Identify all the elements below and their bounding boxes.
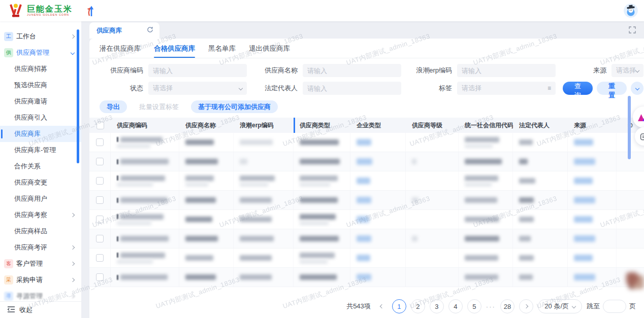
row-checkbox[interactable] [96, 216, 104, 223]
page-4-button[interactable]: 4 [448, 299, 463, 313]
sidebar-item-supplier-samples[interactable]: 供应商样品 [0, 223, 81, 239]
column-resize-indicator[interactable] [294, 118, 295, 133]
row-checkbox[interactable] [96, 196, 104, 204]
redacted-cell [568, 171, 617, 190]
sidebar-item-supplier-library[interactable]: 供应商库 [0, 126, 81, 142]
sidebar-item-supplier-introduce[interactable]: 供应商引入 [0, 110, 81, 126]
row-checkbox[interactable] [96, 138, 104, 146]
table-row[interactable] [89, 171, 644, 191]
logo-title: 巨能金玉米 [27, 5, 73, 13]
redacted-cell [179, 171, 234, 190]
redacted-cell [568, 152, 617, 171]
col-legal-rep: 法定代表人 [513, 121, 568, 130]
row-checkbox[interactable] [96, 158, 104, 165]
redacted-cell [234, 229, 294, 248]
reset-button[interactable]: 重置 [597, 82, 627, 95]
page-28-button[interactable]: 28 [500, 299, 514, 313]
export-button[interactable]: 导出 [100, 100, 127, 113]
page-1-button[interactable]: 1 [392, 299, 406, 313]
quick-nav-arrows-icon[interactable] [84, 4, 97, 18]
redacted-cell [234, 210, 294, 229]
source-select[interactable]: 请选择 [611, 64, 643, 77]
redacted-cell [294, 210, 350, 229]
tab-qualified-suppliers[interactable]: 合格供应商库 [154, 44, 195, 58]
row-checkbox[interactable] [96, 273, 104, 281]
page-2-button[interactable]: 2 [411, 299, 425, 313]
redacted-cell [350, 191, 406, 209]
sidebar-item-sourcing-management[interactable]: 寻 寻源管理 [0, 288, 81, 301]
tag-select[interactable]: 请选择 ≡ [457, 82, 556, 95]
search-button[interactable]: 查询 [563, 82, 593, 95]
add-from-existing-company-button[interactable]: 基于现有公司添加供应商 [191, 100, 278, 113]
jump-page-input[interactable] [603, 300, 626, 313]
redacted-cell [294, 229, 350, 248]
sidebar-scrollbar[interactable] [77, 29, 79, 163]
page-3-button[interactable]: 3 [430, 299, 444, 313]
page-size-select[interactable]: 20 条/页 [538, 299, 582, 313]
table-row[interactable] [89, 229, 644, 249]
library-tabs: 潜在供应商库 合格供应商库 黑名单库 退出供应商库 [89, 39, 644, 58]
redacted-cell [234, 171, 294, 190]
row-checkbox-cell [89, 229, 111, 248]
purchase-icon: 采 [4, 275, 13, 285]
table-row[interactable] [89, 249, 644, 268]
chevron-down-icon [572, 304, 576, 308]
sidebar-item-purchase-request[interactable]: 采 采购申请 [0, 272, 81, 288]
row-checkbox[interactable] [96, 177, 104, 185]
redacted-cell [179, 191, 234, 209]
tab-potential-suppliers[interactable]: 潜在供应商库 [100, 44, 141, 58]
col-supplier-grade: 供应商等级 [406, 121, 459, 130]
sidebar-item-cooperation[interactable]: 合作关系 [0, 158, 81, 174]
page-tab-supplier-library[interactable]: 供应商库 [89, 22, 159, 39]
table-row[interactable] [89, 210, 644, 229]
table-row[interactable] [89, 191, 644, 210]
row-checkbox[interactable] [96, 235, 104, 242]
sidebar-item-workbench[interactable]: 工 工作台 [0, 28, 81, 45]
supplier-name-input[interactable] [303, 64, 401, 77]
redacted-cell [350, 171, 406, 190]
tab-exited-suppliers[interactable]: 退出供应商库 [249, 44, 290, 58]
sidebar-collapse-button[interactable]: 收起 [0, 301, 81, 318]
sidebar-item-supplier-library-manage[interactable]: 供应商库-管理 [0, 142, 81, 158]
row-checkbox[interactable] [96, 254, 104, 262]
table-row[interactable] [89, 133, 644, 152]
redacted-cell [459, 152, 513, 171]
sidebar-item-preselect-supplier[interactable]: 预选供应商 [0, 77, 81, 93]
redacted-cell [294, 249, 350, 267]
erp-code-input[interactable] [457, 64, 556, 77]
sidebar-item-supplier-recruit[interactable]: 供应商招募 [0, 61, 81, 77]
sidebar-item-supplier-inspect[interactable]: 供应商考察 [0, 207, 81, 223]
sidebar-item-supplier-change[interactable]: 供应商变更 [0, 174, 81, 191]
user-avatar[interactable] [624, 4, 638, 18]
sidebar-item-supplier-users[interactable]: 供应商用户 [0, 191, 81, 207]
vertical-scrollbar[interactable] [628, 96, 631, 159]
supplier-code-input[interactable] [148, 64, 247, 77]
prev-page-button[interactable] [376, 299, 388, 313]
redacted-cell [234, 268, 294, 287]
fullscreen-icon[interactable] [629, 26, 636, 33]
page-5-button[interactable]: 5 [467, 299, 481, 313]
batch-set-tags-button[interactable]: 批量设置标签 [132, 100, 186, 113]
legal-rep-input[interactable] [303, 82, 401, 95]
table-row[interactable] [89, 152, 644, 171]
refresh-icon[interactable] [147, 26, 153, 34]
tag-label: 标签 [408, 84, 457, 93]
supplier-library-panel: 潜在供应商库 合格供应商库 黑名单库 退出供应商库 供应商编码 供应商名称 浪潮… [89, 39, 644, 318]
status-select[interactable]: 请选择 [148, 82, 247, 95]
sidebar-item-supplier-invite[interactable]: 供应商邀请 [0, 93, 81, 110]
blurred-corner-widget [626, 272, 644, 289]
redacted-cell [111, 210, 179, 229]
tab-blacklist[interactable]: 黑名单库 [208, 44, 236, 58]
sidebar: 工 工作台 供 供应商管理 供应商招募 预选供应商 供应商邀请 供应商引入 供应… [0, 21, 81, 318]
erp-code-label: 浪潮erp编码 [408, 66, 457, 75]
sidebar-item-supplier-management[interactable]: 供 供应商管理 [0, 45, 81, 61]
redacted-cell [568, 268, 617, 287]
sidebar-item-customer-management[interactable]: 客 客户管理 [0, 256, 81, 272]
sidebar-item-supplier-review[interactable]: 供应商考评 [0, 239, 81, 256]
next-page-button[interactable] [519, 299, 533, 313]
collapse-filters-button[interactable] [631, 82, 643, 95]
redacted-cell [459, 210, 513, 229]
table-row[interactable] [89, 268, 644, 287]
page-ellipsis[interactable]: ··· [486, 303, 496, 310]
select-all-checkbox[interactable] [96, 122, 104, 129]
